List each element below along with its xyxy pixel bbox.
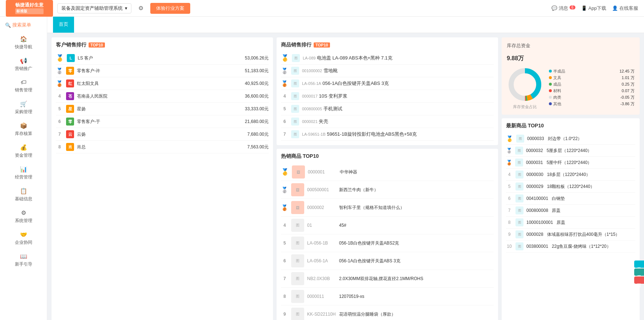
sidebar-item-finance[interactable]: 💰 资金管理: [0, 140, 47, 162]
product-code: 000800005: [302, 107, 322, 111]
legend-label: 文具: [553, 75, 620, 81]
rank-icon: 🥉: [56, 80, 63, 87]
legend-value: 12.45 万: [619, 69, 635, 74]
nav-tabs: 首页: [47, 17, 644, 33]
np-info: 10000100001 原盖: [526, 220, 635, 226]
product-code: LA-089: [303, 56, 315, 60]
hot-product-item: 4 图 01 45#: [281, 217, 494, 234]
legend-value: 1.01 万: [622, 75, 635, 81]
marketing-icon: 📢: [20, 57, 27, 64]
rank-amount: 33,333.00元: [245, 106, 269, 112]
hot-product-code: 0000001: [308, 169, 337, 175]
product-thumb: 图: [291, 92, 299, 100]
inventory-title: 库存总资金: [507, 42, 635, 49]
np-thumb: 图: [515, 159, 523, 167]
new-product-item: 6 图 004100001 白钢垫: [506, 193, 635, 205]
rank-name: 星扬: [77, 106, 242, 112]
np-info: 003800001 22g鱼豆腐-烧烤味（1*12*20）: [526, 243, 635, 250]
rank-item: 4 苍 苍南县人民医院 36,600.00元: [56, 90, 269, 103]
legend-item: 成品 0.25 万: [549, 82, 635, 87]
topbar: 畅捷通好生意 标准版 装备及固定资产辅助管理系统 ▾ ⚙ 体验行业方案 💬 消息…: [0, 0, 644, 17]
tab-home[interactable]: 首页: [53, 17, 74, 33]
main-content: 首页 客户销售排行 TOP10 🥇 L LS 客户 53,006.26元 🥈 零…: [47, 17, 644, 320]
sidebar-item-quick-nav[interactable]: 🏠 快捷导航: [0, 32, 47, 54]
legend-label: 其他: [553, 101, 619, 107]
legend-item: 文具 1.01 万: [549, 75, 635, 81]
np-thumb: 图: [515, 182, 523, 190]
hot-product-thumb: 图: [291, 237, 304, 250]
rank-amount: 40,925.00元: [245, 81, 269, 87]
rank-num: 4: [56, 94, 63, 99]
hot-product-thumb: 图: [291, 308, 304, 320]
inventory-icon: 📦: [20, 122, 27, 129]
rank-avatar: 红: [66, 79, 74, 87]
operation-icon: 📊: [20, 166, 27, 173]
sidebar-label-system: 系统管理: [15, 218, 32, 224]
rank-name: 零售客户-许: [77, 68, 242, 74]
sidebar-item-inventory[interactable]: 📦 库存核算: [0, 119, 47, 140]
sidebar-item-guide[interactable]: 📖 新手引导: [0, 249, 47, 271]
system-select[interactable]: 装备及固定资产辅助管理系统 ▾: [57, 3, 131, 13]
message-button[interactable]: 💬 消息 6: [551, 5, 575, 12]
hot-products-card: 热销商品 TOP10 🥇 🖼 0000001 中华神器 🥈 🖼 00050000…: [277, 149, 498, 320]
legend-label: 半成品: [553, 69, 618, 74]
new-product-item: 7 图 000800008 原盖: [506, 205, 635, 217]
app-download-button[interactable]: 📱 App下载: [581, 5, 606, 12]
new-product-item: 5 图 0000029 18颗粒板（1220*2440）: [506, 181, 635, 193]
np-thumb: 图: [515, 194, 523, 202]
float-btn-service[interactable]: 客服热线: [634, 260, 644, 268]
customer-ranking-title: 客户销售排行 TOP10: [56, 42, 269, 48]
product-info: LA-089 电池盖 LA-089 ABS本色+黑种 7.1克: [303, 55, 494, 61]
np-info: 0000029 18颗粒板（1220*2440）: [526, 184, 635, 190]
sidebar-item-operation[interactable]: 📊 经营管理: [0, 162, 47, 184]
rank-amount: 36,600.00元: [245, 93, 269, 99]
hot-product-thumb: 图: [291, 290, 304, 303]
sidebar-item-purchase[interactable]: 🛒 采购管理: [0, 97, 47, 119]
sidebar-item-system[interactable]: ⚙ 系统管理: [0, 206, 47, 227]
new-product-item: 9 图 0000028 体域嘉枝味苏打饮品400毫升（1*15）: [506, 229, 635, 241]
sidebar-item-marketing[interactable]: 📢 营销推广: [0, 54, 47, 75]
hot-product-code: LA-056-1B: [307, 241, 336, 246]
hot-product-thumb: 🖼: [291, 201, 304, 214]
product-rank-item: 6 图 0000021 夹壳: [281, 115, 494, 128]
product-name: 056-1A白色按键开关盖ABS 3克: [322, 81, 389, 86]
rank-item: 7 云 云扬 7,680.00元: [56, 128, 269, 141]
product-thumb: 图: [291, 67, 299, 75]
sidebar-item-company[interactable]: 🤝 企业协同: [0, 227, 47, 249]
legend-label: 肉类: [553, 95, 619, 100]
sidebar-label-marketing: 营销推广: [15, 66, 32, 72]
search-menu-button[interactable]: 🔍 搜索菜单: [0, 20, 47, 30]
service-button[interactable]: 👤 在线客服: [612, 5, 638, 12]
message-label: 消息: [559, 5, 568, 12]
rank-amount: 51,183.00元: [245, 68, 269, 74]
right-panel: 库存总资金 9.88万: [502, 37, 640, 320]
legend-dot: [549, 96, 552, 99]
topbar-right: 💬 消息 6 📱 App下载 👤 在线客服: [551, 5, 638, 12]
trial-button[interactable]: 体验行业方案: [150, 3, 190, 14]
float-btn-direct[interactable]: 直面: [634, 276, 644, 284]
rank-amount: 53,006.26元: [245, 55, 269, 61]
product-rank-item: 4 图 0000017 10S 变利罗浆: [281, 90, 494, 103]
product-info: 001000002 雪地靴: [302, 67, 494, 74]
sidebar-item-base-info[interactable]: 📋 基础信息: [0, 184, 47, 206]
sidebar-item-sales[interactable]: 🏷 销售管理: [0, 75, 47, 97]
np-thumb: 图: [516, 135, 524, 143]
hot-product-thumb: 🖼: [292, 165, 305, 179]
sidebar-label-operation: 经营管理: [15, 174, 32, 180]
legend-value: -0.05 万: [620, 95, 635, 100]
rank-num: 7: [56, 132, 63, 137]
hot-product-code: 000500001: [307, 187, 336, 192]
float-btn-community[interactable]: 服务社区: [634, 268, 644, 276]
inventory-chart-label: 库存资金占比: [513, 104, 537, 110]
hot-product-item: 🥇 🖼 0000001 中华神器: [281, 163, 494, 181]
customer-rank-list: 🥇 L LS 客户 53,006.26元 🥈 零 零售客户-许 51,183.0…: [56, 52, 269, 153]
sidebar-label-quick-nav: 快捷导航: [15, 44, 32, 50]
settings-button[interactable]: ⚙: [136, 3, 146, 13]
rank-avatar: 星: [66, 105, 74, 113]
product-info: 0000017 10S 变利罗浆: [302, 93, 494, 99]
hot-product-code: 0000011: [307, 294, 336, 299]
rank-name: 肖总: [77, 144, 244, 150]
hot-product-thumb: 图: [291, 272, 304, 285]
np-thumb: 图: [515, 230, 523, 238]
np-thumb: 图: [515, 171, 523, 179]
